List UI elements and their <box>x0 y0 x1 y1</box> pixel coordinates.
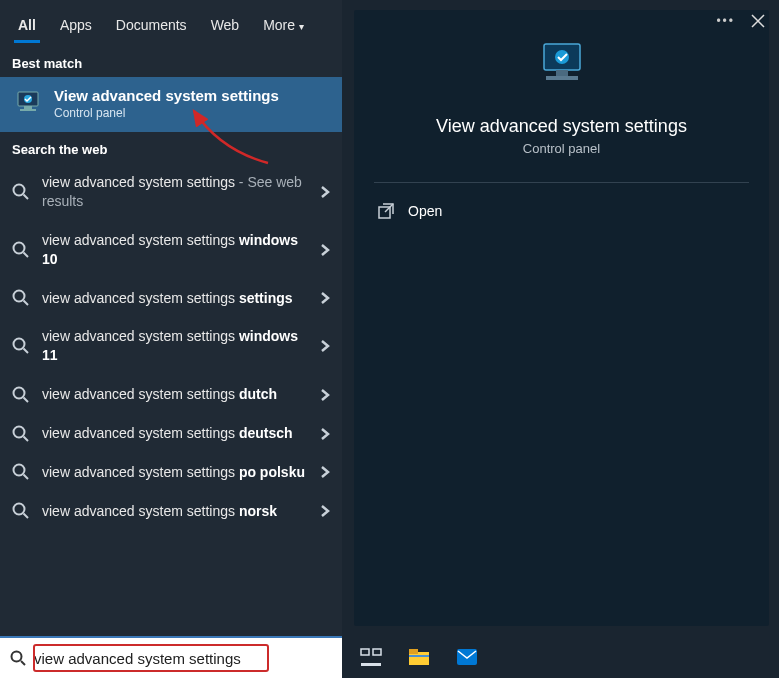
search-icon <box>12 425 30 443</box>
chevron-right-icon <box>318 339 332 353</box>
more-options-button[interactable]: ••• <box>716 14 735 28</box>
web-result[interactable]: view advanced system settings settings <box>0 279 342 318</box>
svg-point-6 <box>14 291 25 302</box>
search-icon <box>12 183 30 201</box>
svg-point-10 <box>14 465 25 476</box>
web-result[interactable]: view advanced system settings windows 10 <box>0 221 342 279</box>
preview-title: View advanced system settings <box>436 116 687 137</box>
tab-web[interactable]: Web <box>199 3 252 43</box>
svg-rect-23 <box>409 655 429 657</box>
best-match-subtitle: Control panel <box>54 106 279 120</box>
chevron-down-icon: ▾ <box>299 21 304 32</box>
preview-pane: View advanced system settings Control pa… <box>354 10 769 626</box>
search-icon <box>12 289 30 307</box>
preview-subtitle: Control panel <box>523 141 600 156</box>
chevron-right-icon <box>318 185 332 199</box>
close-button[interactable] <box>751 14 765 28</box>
best-match-title: View advanced system settings <box>54 87 279 104</box>
preview-icon <box>532 38 592 98</box>
taskbar-file-explorer-icon[interactable] <box>408 646 430 668</box>
svg-rect-14 <box>556 70 568 76</box>
taskbar-task-view-icon[interactable] <box>360 646 382 668</box>
web-result-text: view advanced system settings - See web … <box>42 173 306 211</box>
search-icon <box>12 386 30 404</box>
tab-documents[interactable]: Documents <box>104 3 199 43</box>
search-icon <box>10 650 26 666</box>
search-icon <box>12 241 30 259</box>
taskbar-mail-icon[interactable] <box>456 646 478 668</box>
svg-point-17 <box>12 652 22 662</box>
web-result-text: view advanced system settings windows 11 <box>42 327 306 365</box>
chevron-right-icon <box>318 427 332 441</box>
svg-point-9 <box>14 426 25 437</box>
search-icon <box>12 502 30 520</box>
best-match-result[interactable]: View advanced system settings Control pa… <box>0 77 342 132</box>
search-icon <box>12 463 30 481</box>
best-match-heading: Best match <box>0 46 342 77</box>
svg-rect-3 <box>20 109 36 111</box>
search-bar[interactable] <box>0 636 342 678</box>
svg-point-7 <box>14 339 25 350</box>
chevron-right-icon <box>318 243 332 257</box>
svg-rect-2 <box>24 106 32 109</box>
tab-more[interactable]: More▾ <box>251 3 316 43</box>
open-icon <box>378 203 394 219</box>
control-panel-icon <box>12 88 44 120</box>
web-result-text: view advanced system settings po polsku <box>42 463 306 482</box>
web-result-text: view advanced system settings windows 10 <box>42 231 306 269</box>
web-result[interactable]: view advanced system settings - See web … <box>0 163 342 221</box>
svg-rect-20 <box>361 663 381 666</box>
chevron-right-icon <box>318 291 332 305</box>
svg-rect-24 <box>457 649 477 665</box>
svg-point-8 <box>14 387 25 398</box>
svg-point-13 <box>555 50 569 64</box>
chevron-right-icon <box>318 504 332 518</box>
search-web-heading: Search the web <box>0 132 342 163</box>
open-label: Open <box>408 203 442 219</box>
web-result[interactable]: view advanced system settings po polsku <box>0 453 342 492</box>
web-result-text: view advanced system settings dutch <box>42 385 306 404</box>
web-result[interactable]: view advanced system settings windows 11 <box>0 317 342 375</box>
search-icon <box>12 337 30 355</box>
web-result-text: view advanced system settings norsk <box>42 502 306 521</box>
search-scope-tabs: All Apps Documents Web More▾ <box>0 0 342 46</box>
web-result[interactable]: view advanced system settings dutch <box>0 375 342 414</box>
taskbar <box>342 636 779 678</box>
svg-rect-22 <box>409 649 418 654</box>
web-result[interactable]: view advanced system settings deutsch <box>0 414 342 453</box>
tab-all[interactable]: All <box>6 3 48 43</box>
divider <box>374 182 749 183</box>
svg-point-5 <box>14 242 25 253</box>
svg-rect-15 <box>546 76 578 80</box>
web-result-text: view advanced system settings deutsch <box>42 424 306 443</box>
svg-point-11 <box>14 504 25 515</box>
tab-apps[interactable]: Apps <box>48 3 104 43</box>
search-input[interactable] <box>34 650 332 667</box>
chevron-right-icon <box>318 465 332 479</box>
svg-point-4 <box>14 184 25 195</box>
svg-rect-19 <box>373 649 381 655</box>
svg-rect-18 <box>361 649 369 655</box>
web-results-list: view advanced system settings - See web … <box>0 163 342 636</box>
web-result-text: view advanced system settings settings <box>42 289 306 308</box>
web-result[interactable]: view advanced system settings norsk <box>0 492 342 531</box>
chevron-right-icon <box>318 388 332 402</box>
open-action[interactable]: Open <box>354 191 769 231</box>
